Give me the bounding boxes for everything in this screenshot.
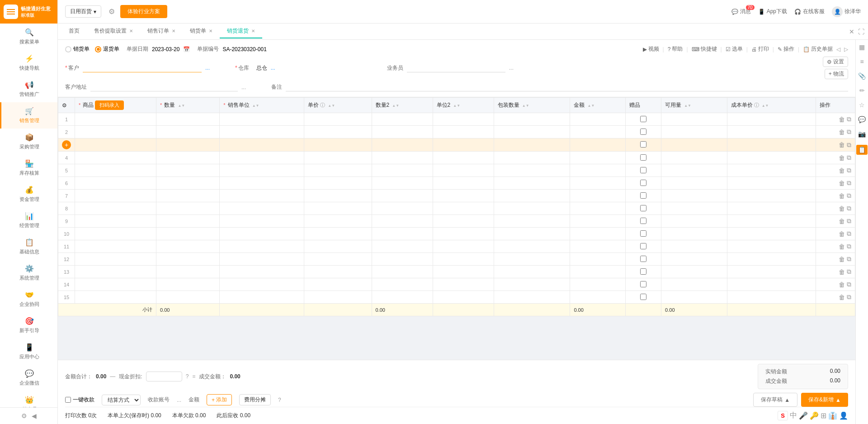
copy-icon[interactable]: ⧉	[847, 293, 851, 301]
customer-dots[interactable]: ...	[205, 65, 210, 71]
qty2-sort-icon[interactable]: ▲▼	[392, 104, 399, 108]
save-new-btn[interactable]: 保存&新增 ▲	[801, 393, 848, 407]
qty-sort-icon[interactable]: ▲▼	[178, 104, 185, 108]
copy-icon[interactable]: ⧉	[847, 217, 851, 225]
sidebar-item-newbie[interactable]: 🎯 新手引导	[0, 312, 57, 338]
footer-help-icon[interactable]: ?	[278, 397, 281, 403]
tab-salesOrder[interactable]: 销售订单 ✕	[140, 24, 183, 38]
sidebar-item-finance[interactable]: 💰 资金管理	[0, 181, 57, 207]
gift-checkbox[interactable]	[640, 243, 646, 249]
qty2-cell[interactable]	[372, 126, 433, 138]
salesUnit-cell-hl[interactable]	[220, 138, 304, 152]
delete-icon[interactable]: 🗑	[839, 218, 845, 225]
unitPrice-sort-icon[interactable]: ▲▼	[328, 104, 335, 108]
unit2-sort-icon[interactable]: ▲▼	[453, 104, 460, 108]
tab-salesGoods-close[interactable]: ✕	[209, 29, 212, 33]
header-history-btn[interactable]: 📋 历史单据	[803, 45, 833, 53]
address-input[interactable]	[90, 83, 238, 91]
trial-btn[interactable]: 体验行业方案	[120, 5, 167, 18]
gift-cell-hl[interactable]	[625, 138, 661, 152]
unitPrice-help-icon[interactable]: ⓘ	[320, 102, 325, 108]
packageQty-cell-hl[interactable]	[494, 138, 570, 152]
save-draft-btn[interactable]: 保存草稿 ▲	[753, 393, 797, 407]
gift-checkbox-3[interactable]	[640, 141, 646, 148]
onepay-checkbox[interactable]	[65, 397, 71, 403]
gift-cell[interactable]	[625, 126, 661, 138]
topbar-msg[interactable]: 💬 消息 70	[731, 8, 751, 15]
salesUnit-sort-icon[interactable]: ▲▼	[252, 104, 259, 108]
product-input-1[interactable]	[79, 117, 152, 122]
add-payment-btn[interactable]: + 添加	[207, 394, 232, 405]
copy-row-icon[interactable]: ⧉	[847, 141, 851, 149]
product-cell[interactable]	[75, 126, 156, 138]
sidebar-item-wechat[interactable]: 💬 企业微信	[0, 365, 57, 391]
gift-checkbox[interactable]	[640, 218, 646, 224]
packageQty-sort-icon[interactable]: ▲▼	[522, 104, 529, 108]
available-cell[interactable]	[661, 113, 727, 126]
copy-icon[interactable]: ⧉	[847, 281, 851, 288]
remark-input[interactable]	[286, 83, 848, 91]
expense-btn[interactable]: 费用分摊	[239, 394, 271, 405]
gift-checkbox[interactable]	[640, 154, 646, 161]
copy-icon[interactable]: ⧉	[847, 179, 851, 187]
topbar-gear-icon[interactable]: ⚙	[108, 7, 115, 16]
delete-icon[interactable]: 🗑	[839, 167, 845, 174]
topbar-user[interactable]: 👤 徐泽华	[832, 6, 861, 17]
sidebar-item-operations[interactable]: 📊 经营管理	[0, 207, 57, 233]
delete-icon[interactable]: 🗑	[839, 256, 845, 263]
costPrice-cell[interactable]	[727, 126, 816, 138]
sidebar-item-marketing[interactable]: 📢 营销推广	[0, 76, 57, 102]
copy-icon[interactable]: ⧉	[847, 167, 851, 174]
delete-icon[interactable]: 🗑	[839, 243, 845, 250]
delete-row-icon[interactable]: 🗑	[839, 141, 845, 148]
sidebar-item-appCenter[interactable]: 📱 应用中心	[0, 338, 57, 365]
delete-icon[interactable]: 🗑	[839, 230, 845, 238]
tab-home[interactable]: 首页	[61, 24, 87, 38]
gift-checkbox[interactable]	[640, 294, 646, 300]
product-input-3[interactable]	[79, 142, 152, 148]
available-sort-icon[interactable]: ▲▼	[684, 104, 691, 108]
right-camera-icon[interactable]: 📷	[858, 130, 866, 138]
gift-checkbox[interactable]	[640, 230, 646, 237]
header-operate-btn[interactable]: ✎ 操作	[778, 45, 794, 53]
scan-barcode-btn[interactable]: 扫码录入	[95, 100, 124, 110]
topbar-online-service[interactable]: 🎧 在线客服	[794, 8, 825, 15]
sidebar-item-purchase[interactable]: 📦 采购管理	[0, 129, 57, 155]
radio-return[interactable]: 退货单	[95, 45, 119, 53]
tab-salePrice[interactable]: 售价提取设置 ✕	[87, 24, 140, 38]
calendar-icon[interactable]: 📅	[183, 46, 190, 52]
qty2-cell[interactable]	[372, 113, 433, 126]
tab-salesReturn-close[interactable]: ✕	[251, 29, 255, 33]
tab-salePrice-close[interactable]: ✕	[129, 29, 133, 33]
logistics-btn[interactable]: + 物流	[825, 69, 848, 79]
sidebar-item-shortcuts[interactable]: ⚡ 快捷导航	[0, 50, 57, 76]
sidebar-item-enterprise[interactable]: 🤝 企业协同	[0, 286, 57, 312]
sidebar-item-system[interactable]: ⚙️ 系统管理	[0, 260, 57, 286]
tab-salesOrder-close[interactable]: ✕	[172, 29, 175, 33]
available-cell[interactable]	[661, 126, 727, 138]
gift-checkbox[interactable]	[640, 256, 646, 262]
product-cell[interactable]	[75, 113, 156, 126]
sidebar-item-basic[interactable]: 📋 基础信息	[0, 233, 57, 260]
delete-row-icon[interactable]: 🗑	[839, 116, 845, 123]
gift-checkbox-2[interactable]	[640, 129, 646, 135]
right-action-icon[interactable]: 📋	[856, 145, 868, 155]
amount-sort-icon[interactable]: ▲▼	[587, 104, 594, 108]
delete-icon[interactable]: 🗑	[839, 205, 845, 212]
gift-checkbox[interactable]	[640, 268, 646, 275]
packageQty-cell[interactable]	[494, 126, 570, 138]
industry-select[interactable]: 日用百货 ▾	[65, 5, 101, 18]
copy-icon[interactable]: ⧉	[847, 192, 851, 200]
toolbar-grid-icon[interactable]: ⊞	[821, 411, 826, 420]
history-nav-next[interactable]: ▷	[844, 46, 848, 52]
discount-help-icon[interactable]: ?	[186, 373, 189, 380]
account-dots[interactable]: ...	[177, 397, 181, 403]
copy-icon[interactable]: ⧉	[847, 243, 851, 250]
tab-close-all[interactable]: ✕	[849, 28, 854, 35]
qty-cell[interactable]	[156, 113, 220, 126]
delete-icon[interactable]: 🗑	[839, 154, 845, 162]
gift-checkbox[interactable]	[640, 281, 646, 287]
sidebar-collapse-btn[interactable]: ◀	[32, 412, 37, 419]
delete-row-icon[interactable]: 🗑	[839, 129, 845, 136]
unitPrice-cell[interactable]	[304, 113, 372, 126]
